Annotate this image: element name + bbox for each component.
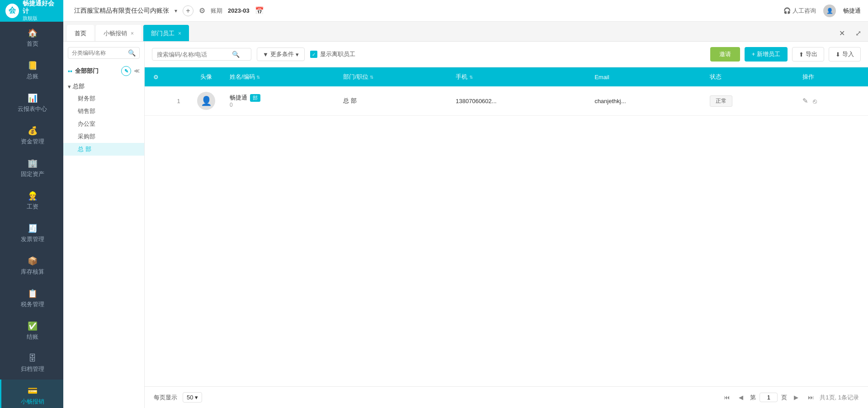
phone-sort-icon[interactable]: ⇅ <box>469 75 473 80</box>
tab-home[interactable]: 首页 <box>67 25 94 41</box>
import-label: 导入 <box>842 50 854 58</box>
support-label: 人工咨询 <box>793 7 816 15</box>
col-name-label: 姓名/编码 <box>230 73 255 80</box>
dept-group-label: 总部 <box>73 82 85 90</box>
tab-home-label: 首页 <box>75 29 86 38</box>
edit-employee-button[interactable]: ✎ <box>802 97 808 105</box>
sidebar-item-home[interactable]: 🏠 首页 <box>0 22 63 54</box>
prev-page-button[interactable]: ◀ <box>736 392 746 403</box>
employee-search-icon[interactable]: 🔍 <box>232 51 240 58</box>
dept-panel: 🔍 ▪▪ 全部部门 ✎ ≪ ▾ 总部 财务部 <box>63 42 145 408</box>
row-index: 1 <box>167 86 190 116</box>
expense-icon: 💳 <box>28 386 38 396</box>
col-settings[interactable]: ⚙ <box>145 67 167 86</box>
col-avatar: 头像 <box>190 67 222 86</box>
add-employee-button[interactable]: + 新增员工 <box>745 47 788 62</box>
export-button[interactable]: ⬆ 导出 <box>792 47 824 62</box>
dept-all-icon: ▪▪ <box>68 67 72 75</box>
sidebar-item-salary[interactable]: 👷 工资 <box>0 185 63 217</box>
invite-button[interactable]: 邀请 <box>710 47 740 62</box>
table-header: ⚙ 头像 姓名/编码 ⇅ 部门/职位 ⇅ <box>145 67 868 86</box>
dept-child-caigou[interactable]: 采购部 <box>63 130 144 143</box>
settings-icon[interactable]: ⚙ <box>199 6 205 15</box>
dept-sort-icon[interactable]: ⇅ <box>370 75 373 80</box>
col-phone[interactable]: 手机 ⇅ <box>448 67 587 86</box>
sidebar-item-tax[interactable]: 📋 税务管理 <box>0 282 63 315</box>
sidebar-item-expense[interactable]: 💳 小畅报销 <box>0 380 63 408</box>
tab-employees[interactable]: 部门员工 × <box>143 25 189 41</box>
export-icon: ⬆ <box>799 51 804 58</box>
employee-search-box[interactable]: 🔍 <box>152 48 251 61</box>
page-suffix: 页 <box>781 394 787 402</box>
dept-search-box[interactable]: 🔍 <box>68 47 140 59</box>
employee-avatar: 👤 <box>197 92 215 110</box>
dept-search-icon[interactable]: 🔍 <box>128 49 136 57</box>
employee-search-input[interactable] <box>157 51 229 58</box>
row-avatar-col: 👤 <box>190 86 222 116</box>
dept-child-xiaoshou[interactable]: 销售部 <box>63 105 144 118</box>
col-name[interactable]: 姓名/编码 ⇅ <box>222 67 336 86</box>
company-dropdown-icon[interactable]: ▾ <box>175 8 177 14</box>
sidebar-label-expense: 小畅报销 <box>21 398 44 406</box>
toolbar-right: 邀请 + 新增员工 ⬆ 导出 ⬇ 导入 <box>710 47 861 62</box>
filter-button[interactable]: ▼ 更多条件 ▾ <box>257 47 305 61</box>
show-resigned-toggle[interactable]: ✓ 显示离职员工 <box>310 50 355 58</box>
sidebar-item-invoice[interactable]: 🧾 发票管理 <box>0 217 63 250</box>
dept-child-caiwu-label: 财务部 <box>78 95 95 102</box>
headset-icon: 🎧 <box>783 7 791 14</box>
sidebar-item-assets[interactable]: 💰 资金管理 <box>0 119 63 152</box>
row-action-buttons: ✎ ⎋ <box>802 97 861 105</box>
dept-child-bangong[interactable]: 办公室 <box>63 118 144 130</box>
sidebar-label-ledger: 总账 <box>27 72 38 81</box>
row-dept-col: 总 部 <box>336 86 448 116</box>
main-layout: 🏠 首页 📒 总账 📊 云报表中心 💰 资金管理 🏢 固定资产 👷 工资 🧾 发… <box>0 22 868 408</box>
tab-expense[interactable]: 小畅报销 × <box>96 25 142 41</box>
resigned-checkbox[interactable]: ✓ <box>310 51 317 58</box>
page-number-input[interactable] <box>760 393 778 402</box>
calendar-icon[interactable]: 📅 <box>255 6 264 15</box>
dept-group-zongbu[interactable]: ▾ 总部 <box>63 81 144 92</box>
per-page-select[interactable]: 50 ▾ <box>183 392 202 403</box>
tab-close-icon[interactable]: ✕ <box>835 27 848 39</box>
tab-expense-close[interactable]: × <box>131 30 134 37</box>
period-label: 账期 <box>211 7 222 15</box>
tab-employees-close[interactable]: × <box>178 30 181 37</box>
last-page-button[interactable]: ⏭ <box>805 392 816 403</box>
dept-all-item[interactable]: ▪▪ 全部部门 ✎ ≪ <box>63 63 144 79</box>
sidebar-item-reports[interactable]: 📊 云报表中心 <box>0 87 63 119</box>
import-button[interactable]: ⬇ 导入 <box>829 47 861 62</box>
sidebar-label-archive: 归档管理 <box>21 365 44 373</box>
tab-expand-icon[interactable]: ⤢ <box>852 27 864 39</box>
sidebar-item-inventory[interactable]: 📦 库存核算 <box>0 250 63 282</box>
invite-label: 邀请 <box>719 51 731 57</box>
sidebar-item-checkout[interactable]: ✅ 结账 <box>0 315 63 347</box>
inventory-icon: 📦 <box>28 256 38 266</box>
add-employee-label: + 新增员工 <box>752 50 780 58</box>
support-button[interactable]: 🎧 人工咨询 <box>783 7 816 15</box>
page-content: 🔍 ▪▪ 全部部门 ✎ ≪ ▾ 总部 财务部 <box>63 42 868 408</box>
dept-collapse-icon[interactable]: ≪ <box>134 68 140 74</box>
dept-child-caigou-label: 采购部 <box>78 133 95 140</box>
first-page-button[interactable]: ⏮ <box>721 392 732 403</box>
row-settings-col <box>145 86 167 116</box>
logo-icon: 会 <box>5 4 19 18</box>
employee-status: 正常 <box>710 95 732 107</box>
next-page-button[interactable]: ▶ <box>791 392 802 403</box>
per-page-label: 每页显示 <box>154 394 177 402</box>
dept-edit-button[interactable]: ✎ <box>121 66 131 76</box>
delete-employee-button[interactable]: ⎋ <box>813 97 817 105</box>
dept-search-input[interactable] <box>72 50 126 56</box>
add-company-button[interactable]: + <box>183 5 193 16</box>
dept-child-zongbu[interactable]: 总 部 <box>63 143 144 156</box>
col-dept[interactable]: 部门/职位 ⇅ <box>336 67 448 86</box>
employee-table: ⚙ 头像 姓名/编码 ⇅ 部门/职位 ⇅ <box>145 67 868 116</box>
dept-child-caiwu[interactable]: 财务部 <box>63 92 144 105</box>
checkout-icon: ✅ <box>28 321 38 331</box>
row-actions-col: ✎ ⎋ <box>795 86 868 116</box>
sidebar-item-archive[interactable]: 🗄 归档管理 <box>0 347 63 380</box>
sidebar-item-fixed-assets[interactable]: 🏢 固定资产 <box>0 152 63 185</box>
tab-expense-label: 小畅报销 <box>104 29 127 38</box>
name-sort-icon[interactable]: ⇅ <box>256 75 260 80</box>
sidebar-item-ledger[interactable]: 📒 总账 <box>0 54 63 87</box>
sidebar-label-home: 首页 <box>27 40 38 48</box>
